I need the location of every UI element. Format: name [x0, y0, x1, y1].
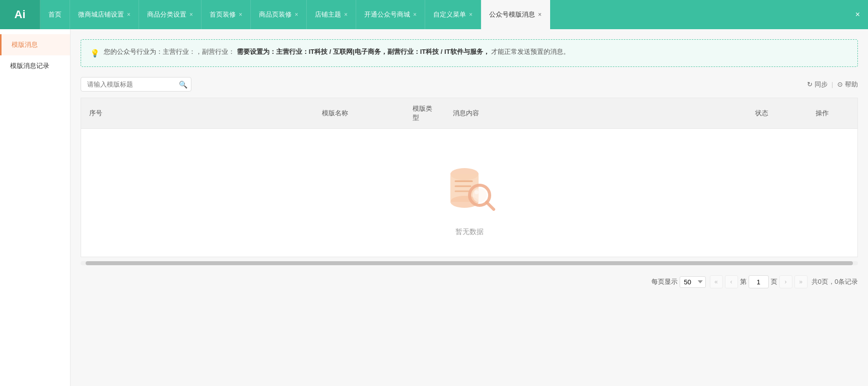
- sync-button[interactable]: ↻ 同步: [807, 80, 828, 89]
- pagination: 每页显示 50 10 20 100 « ‹ 第 页 › » 共0页，0条记录: [81, 269, 858, 290]
- page-label: 第: [740, 277, 747, 286]
- col-actions: 操作: [808, 98, 858, 129]
- empty-icon: [439, 159, 500, 219]
- table-header: 序号 模版名称 模版类型 消息内容 状态 操作: [81, 98, 858, 129]
- help-icon: ⊙: [837, 81, 843, 88]
- nav-home-decor[interactable]: 首页装修 ×: [202, 0, 251, 29]
- page-size-label: 每页显示: [651, 277, 678, 286]
- page-size-dropdown[interactable]: 50 10 20 100: [680, 276, 706, 288]
- svg-point-7: [473, 188, 487, 202]
- close-open-mall[interactable]: ×: [413, 11, 417, 18]
- close-store-theme[interactable]: ×: [344, 11, 348, 18]
- sidebar-item-template-message-log[interactable]: 模版消息记录: [0, 55, 70, 76]
- close-category-settings[interactable]: ×: [189, 11, 193, 18]
- next-page-button[interactable]: ›: [779, 275, 792, 288]
- close-custom-menu[interactable]: ×: [469, 11, 473, 18]
- close-product-decor[interactable]: ×: [295, 11, 298, 18]
- nav-shop-settings[interactable]: 微商城店铺设置 ×: [70, 0, 139, 29]
- notice-icon: 💡: [90, 47, 100, 59]
- col-content: 消息内容: [445, 98, 747, 129]
- close-all-tabs[interactable]: ×: [847, 0, 868, 29]
- scrollbar-thumb[interactable]: [86, 261, 853, 265]
- nav-custom-menu[interactable]: 自定义菜单 ×: [425, 0, 481, 29]
- empty-state: 暂无数据: [81, 129, 857, 257]
- page-nav: « ‹ 第 页 › »: [710, 275, 808, 288]
- last-page-button[interactable]: »: [794, 275, 808, 288]
- search-right: ↻ 同步 | ⊙ 帮助: [807, 80, 858, 89]
- divider: |: [832, 81, 833, 88]
- scrollbar-area[interactable]: [81, 261, 858, 265]
- empty-text: 暂无数据: [81, 227, 857, 237]
- col-index: 序号: [81, 98, 314, 129]
- help-button[interactable]: ⊙ 帮助: [837, 80, 858, 89]
- col-name: 模版名称: [314, 98, 405, 129]
- page-number-input[interactable]: [749, 275, 769, 288]
- col-type: 模版类型: [405, 98, 445, 129]
- page-unit: 页: [771, 277, 777, 286]
- search-input-wrap: 🔍: [81, 77, 191, 92]
- close-home-decor[interactable]: ×: [239, 11, 242, 18]
- search-bar: 🔍 ↻ 同步 | ⊙ 帮助: [81, 77, 858, 92]
- nav-home[interactable]: 首页: [40, 0, 70, 29]
- brand-logo: Ai: [0, 0, 40, 29]
- nav-product-decor[interactable]: 商品页装修 ×: [251, 0, 307, 29]
- search-icon[interactable]: 🔍: [179, 81, 187, 89]
- sidebar-item-template-message[interactable]: 模版消息: [0, 34, 70, 55]
- table-body: 暂无数据: [81, 129, 858, 257]
- first-page-button[interactable]: «: [710, 275, 723, 288]
- prev-page-button[interactable]: ‹: [725, 275, 738, 288]
- nav-store-theme[interactable]: 店铺主题 ×: [307, 0, 356, 29]
- nav-category-settings[interactable]: 商品分类设置 ×: [139, 0, 202, 29]
- notice-box: 💡 您的公众号行业为：主营行业：，副营行业： 需要设置为：主营行业：IT科技 /…: [81, 39, 858, 67]
- nav-template-msg[interactable]: 公众号模版消息 ×: [481, 0, 550, 29]
- total-info: 共0页，0条记录: [812, 277, 858, 286]
- content-area: 💡 您的公众号行业为：主营行业：，副营行业： 需要设置为：主营行业：IT科技 /…: [71, 29, 868, 386]
- svg-point-9: [475, 190, 479, 194]
- sidebar: 模版消息 模版消息记录: [0, 29, 71, 386]
- close-shop-settings[interactable]: ×: [127, 11, 130, 18]
- top-nav: Ai 首页 微商城店铺设置 × 商品分类设置 × 首页装修 × 商品页装修 × …: [0, 0, 868, 29]
- data-table: 序号 模版名称 模版类型 消息内容 状态 操作: [81, 98, 858, 257]
- close-template-msg[interactable]: ×: [538, 11, 542, 18]
- main-layout: 模版消息 模版消息记录 💡 您的公众号行业为：主营行业：，副营行业： 需要设置为…: [0, 29, 868, 386]
- sync-icon: ↻: [807, 81, 813, 88]
- search-input[interactable]: [81, 77, 191, 92]
- page-size-select: 每页显示 50 10 20 100: [651, 276, 706, 288]
- nav-open-mall[interactable]: 开通公众号商城 ×: [356, 0, 425, 29]
- col-status: 状态: [747, 98, 808, 129]
- svg-line-8: [487, 202, 494, 209]
- notice-text: 您的公众号行业为：主营行业：，副营行业： 需要设置为：主营行业：IT科技 / 互…: [104, 47, 570, 57]
- search-left: 🔍: [81, 77, 191, 92]
